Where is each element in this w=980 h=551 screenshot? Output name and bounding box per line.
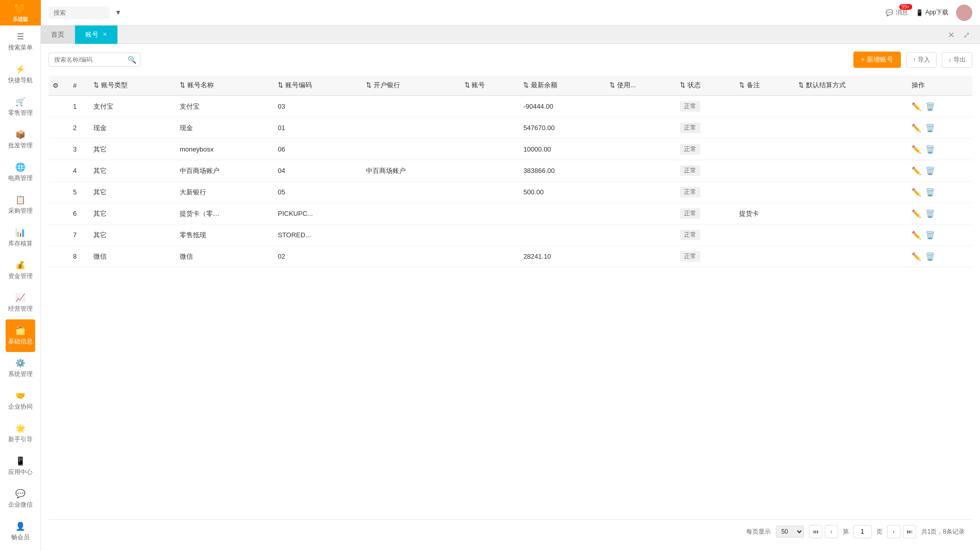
last-page-button[interactable]: ⏭: [903, 525, 916, 538]
cell-type-7: 微信: [89, 246, 176, 267]
sidebar-item-app-center[interactable]: 📱应用中心: [6, 450, 35, 483]
col-account-type[interactable]: ⇅ 账号类型: [89, 76, 176, 95]
cell-name-6: 零售抵现: [176, 224, 274, 246]
cell-usage-2: [605, 139, 676, 160]
sidebar-item-purchase-manage[interactable]: 📋采购管理: [6, 189, 35, 221]
edit-button-2[interactable]: ✏️: [912, 145, 921, 154]
delete-button-2[interactable]: 🗑️: [925, 145, 935, 154]
sidebar-item-member[interactable]: 👤畅会员: [6, 515, 35, 548]
delete-button-7[interactable]: 🗑️: [925, 252, 935, 261]
pagination-bar: 每页显示 50 20 100 ⏮ ‹ 第 页 › ⏭ 共1页，8条记录: [48, 519, 972, 543]
per-page-select[interactable]: 50 20 100: [776, 525, 804, 538]
edit-button-0[interactable]: ✏️: [912, 102, 921, 111]
cell-no-6: 7: [69, 224, 89, 246]
sidebar-item-wholesale-manage[interactable]: 📦批发管理: [6, 123, 35, 156]
edit-button-1[interactable]: ✏️: [912, 123, 921, 133]
tab-close-account[interactable]: ✕: [103, 31, 107, 38]
cell-account-no-1: [460, 117, 520, 139]
tab-account[interactable]: 账号✕: [75, 26, 118, 44]
edit-button-5[interactable]: ✏️: [912, 209, 921, 218]
delete-button-1[interactable]: 🗑️: [925, 123, 935, 133]
cell-bank-3: 中百商场账户: [362, 160, 460, 182]
sidebar-item-enterprise-wechat[interactable]: 💬企业微信: [6, 483, 35, 515]
col-latest-balance[interactable]: ⇅ 最新余额: [519, 76, 605, 95]
sidebar-item-quick-nav[interactable]: ⚡快捷导航: [6, 58, 35, 91]
delete-button-4[interactable]: 🗑️: [925, 188, 935, 197]
cell-usage-3: [605, 160, 676, 182]
sidebar-item-retail-manage[interactable]: 🛒零售管理: [6, 91, 35, 123]
cell-name-1: 现金: [176, 117, 274, 139]
page-number-input[interactable]: [853, 525, 872, 538]
col-status[interactable]: ⇅ 状态: [676, 76, 735, 95]
topbar-right: 💬 消息 99+ 📱 App下载: [886, 5, 972, 21]
main-area: ▼ 💬 消息 99+ 📱 App下载 首页账号✕ ✕ ⤢: [41, 0, 980, 551]
cell-code-1: 01: [274, 117, 362, 139]
import-button[interactable]: ↑ 导入: [906, 52, 937, 68]
cell-code-4: 05: [274, 182, 362, 203]
cell-settlement-3: [794, 160, 908, 182]
edit-button-6[interactable]: ✏️: [912, 231, 921, 240]
edit-button-4[interactable]: ✏️: [912, 188, 921, 197]
sidebar-item-newbie-guide[interactable]: 🌟新手引导: [6, 417, 35, 450]
delete-button-0[interactable]: 🗑️: [925, 102, 935, 111]
table-row: 3 其它 moneybosx 06 10000.00 正常 ✏️ 🗑️: [48, 139, 972, 160]
edit-button-7[interactable]: ✏️: [912, 252, 921, 261]
cell-settlement-2: [794, 139, 908, 160]
message-badge: 99+: [899, 4, 912, 10]
toolbar: 🔍 + 新增账号 ↑ 导入 ↓ 导出: [48, 52, 972, 68]
sidebar: 🧡 乐进版 ☰搜索菜单⚡快捷导航🛒零售管理📦批发管理🌐电商管理📋采购管理📊库存核…: [0, 0, 41, 551]
accounts-table-wrap: ⚙ # ⇅ 账号类型 ⇅ 账号名称 ⇅ 账号编码 ⇅ 开户银行 ⇅ 账号 ⇅ 最…: [48, 76, 972, 519]
sidebar-item-ecommerce-manage[interactable]: 🌐电商管理: [6, 156, 35, 189]
search-icon[interactable]: 🔍: [128, 56, 136, 64]
tab-home[interactable]: 首页: [41, 26, 75, 44]
message-button[interactable]: 💬 消息 99+: [886, 8, 908, 17]
settings-icon: ⚙: [53, 82, 59, 89]
add-account-button[interactable]: + 新增账号: [853, 52, 901, 68]
delete-button-5[interactable]: 🗑️: [925, 209, 935, 218]
topbar-dropdown-btn[interactable]: ▼: [115, 9, 121, 16]
sidebar-item-enterprise-agreement[interactable]: 🤝企业协同: [6, 385, 35, 417]
col-remark[interactable]: ⇅ 备注: [735, 76, 794, 95]
export-button[interactable]: ↓ 导出: [942, 52, 972, 68]
topbar-search-input[interactable]: [48, 7, 110, 19]
delete-button-3[interactable]: 🗑️: [925, 166, 935, 176]
sidebar-icon-system-manage: ⚙️: [15, 358, 26, 368]
account-search-input[interactable]: [48, 53, 140, 67]
maximize-icon[interactable]: ⤢: [963, 30, 970, 39]
cell-no-0: 1: [69, 95, 89, 117]
next-page-button[interactable]: ›: [887, 525, 900, 538]
logo-icon: 🧡: [14, 3, 27, 15]
tab-label-account: 账号: [85, 30, 99, 39]
col-account-code[interactable]: ⇅ 账号编码: [274, 76, 362, 95]
col-usage[interactable]: ⇅ 使用...: [605, 76, 676, 95]
app-icon: 📱: [916, 9, 923, 16]
col-settings[interactable]: ⚙: [48, 76, 69, 95]
col-bank[interactable]: ⇅ 开户银行: [362, 76, 460, 95]
col-default-settlement[interactable]: ⇅ 默认结算方式: [794, 76, 908, 95]
sidebar-item-system-manage[interactable]: ⚙️系统管理: [6, 352, 35, 385]
sidebar-item-inventory-check[interactable]: 📊库存核算: [6, 221, 35, 254]
cell-remark-3: [735, 160, 794, 182]
export-icon: ↓: [948, 56, 951, 63]
delete-button-6[interactable]: 🗑️: [925, 231, 935, 240]
prev-page-button[interactable]: ‹: [825, 525, 838, 538]
close-all-tabs-icon[interactable]: ✕: [948, 30, 954, 39]
logo-sub: 乐进版: [13, 16, 28, 23]
sidebar-item-search-menu[interactable]: ☰搜索菜单: [6, 26, 35, 58]
sidebar-item-basic-info[interactable]: 🗂️基础信息: [6, 319, 35, 352]
sidebar-item-capital-manage[interactable]: 💰资金管理: [6, 254, 35, 287]
col-account-no[interactable]: ⇅ 账号: [460, 76, 520, 95]
sidebar-item-operation-manage[interactable]: 📈经营管理: [6, 287, 35, 319]
import-label: 导入: [918, 56, 930, 64]
edit-button-3[interactable]: ✏️: [912, 166, 921, 176]
cell-account-no-7: [460, 246, 520, 267]
cell-settlement-1: [794, 117, 908, 139]
cell-no-2: 3: [69, 139, 89, 160]
first-page-button[interactable]: ⏮: [809, 525, 822, 538]
app-download-button[interactable]: 📱 App下载: [916, 8, 948, 17]
cell-type-5: 其它: [89, 203, 176, 224]
user-avatar[interactable]: [956, 5, 972, 21]
sidebar-icon-operation-manage: 📈: [15, 293, 26, 303]
cell-usage-4: [605, 182, 676, 203]
col-account-name[interactable]: ⇅ 账号名称: [176, 76, 274, 95]
